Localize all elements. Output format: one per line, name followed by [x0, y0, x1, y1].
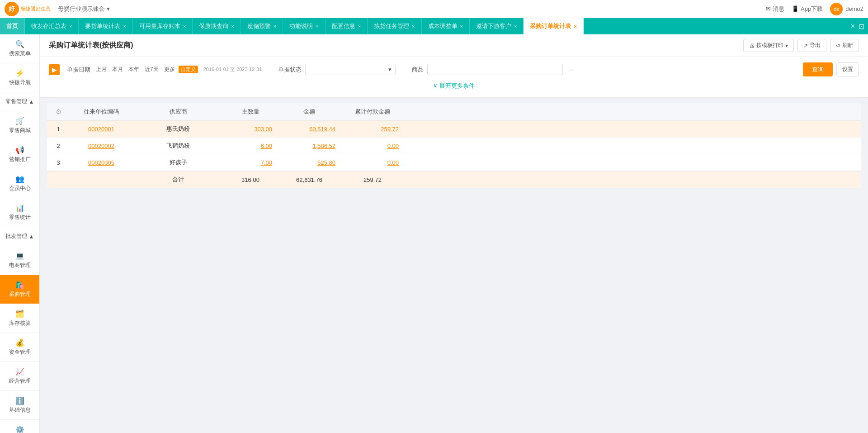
nav-tab-shoufacun[interactable]: 收发存汇总表 ×: [25, 18, 79, 34]
row1-code[interactable]: 00020001: [70, 121, 133, 138]
app-download-button[interactable]: 📱 App下载: [792, 5, 823, 13]
sidebar-item-inventory[interactable]: 🗂️ 库存核算: [0, 304, 39, 333]
tab-label: 功能说明: [289, 22, 313, 30]
row1-paid[interactable]: 259.72: [341, 121, 404, 138]
status-filter-label: 单据状态: [278, 66, 302, 74]
tab-close-icon[interactable]: ×: [69, 24, 72, 29]
tab-close-icon[interactable]: ×: [316, 24, 318, 29]
tab-close-icon[interactable]: ×: [514, 24, 517, 29]
goods-more-icon[interactable]: ···: [568, 66, 573, 73]
sidebar-item-member[interactable]: 👥 会员中心: [0, 169, 39, 198]
settings-button[interactable]: 设置: [836, 62, 859, 76]
row1-extra: [404, 121, 861, 138]
sidebar-item-finance[interactable]: 💰 资金管理: [0, 333, 39, 362]
row3-paid[interactable]: 0.00: [341, 154, 404, 171]
shortcut-this-month[interactable]: 本月: [110, 65, 125, 74]
row3-amount[interactable]: 525.80: [278, 154, 341, 171]
tab-close-icon[interactable]: ×: [412, 24, 415, 29]
tab-label: 收发存汇总表: [31, 22, 66, 30]
sidebar-item-operations[interactable]: 📈 经营管理: [0, 362, 39, 391]
tab-close-icon[interactable]: ×: [274, 24, 276, 29]
nav-tab-gongneng[interactable]: 功能说明 ×: [283, 18, 325, 34]
shortcut-last-month[interactable]: 上月: [94, 65, 108, 74]
tab-close-icon[interactable]: ×: [231, 24, 234, 29]
quicknav-icon: ⚡: [15, 69, 24, 77]
tab-close-icon[interactable]: ×: [123, 24, 126, 29]
tab-close-icon[interactable]: ×: [574, 24, 576, 29]
print-button[interactable]: 🖨 按模板打印 ▾: [743, 39, 794, 52]
expand-conditions-button[interactable]: ⊻ 展开更多条件: [429, 80, 478, 92]
footer-amount: 62,631.76: [278, 171, 341, 188]
message-button[interactable]: ✉ 消息: [766, 5, 784, 13]
table-container: ⚙ 往来单位编码 供应商 主数量 金额 累计付款金额 1 00020001: [40, 98, 868, 433]
row1-amount[interactable]: 60,519.44: [278, 121, 341, 138]
column-settings-icon[interactable]: ⚙: [56, 108, 61, 115]
page-title: 采购订单统计表(按供应商): [49, 41, 133, 50]
export-button[interactable]: ↗ 导出: [797, 39, 826, 52]
sidebar-item-system[interactable]: ⚙️ 系统管理: [0, 420, 39, 433]
workspace-selector[interactable]: 母婴行业演示账套 ▾: [54, 5, 113, 13]
restore-icon[interactable]: ⊡: [859, 22, 864, 31]
close-all-icon[interactable]: ×: [851, 22, 855, 30]
sidebar-label-retail-mgmt: 零售管理: [5, 98, 27, 105]
user-section[interactable]: de demo2: [830, 3, 863, 15]
row3-qty[interactable]: 7.00: [223, 154, 278, 171]
nav-tab-baozhi[interactable]: 保质期查询 ×: [193, 18, 241, 34]
message-icon: ✉: [766, 5, 771, 12]
date-range-display: 2016-01-01 至 2023-12-31: [203, 66, 262, 73]
sidebar-item-retail-stats[interactable]: 📊 零售统计: [0, 198, 39, 227]
nav-tab-yaohuo[interactable]: 要货单统计表 ×: [79, 18, 132, 34]
collapse-filter-button[interactable]: ▶: [49, 64, 60, 75]
sidebar-item-search[interactable]: 🔍 搜索菜单: [0, 34, 39, 63]
sidebar-item-retail-mgmt[interactable]: 零售管理 ▲: [0, 92, 39, 111]
top-bar: 好 畅捷通好生意 母婴行业演示账套 ▾ ✉ 消息 📱 App下载 de demo…: [0, 0, 868, 18]
th-qty: 主数量: [223, 103, 278, 121]
tab-close-icon[interactable]: ×: [460, 24, 463, 29]
purchase-icon: 🛍️: [15, 281, 24, 289]
tab-label: 要货单统计表: [85, 22, 120, 30]
shortcut-7days[interactable]: 近7天: [143, 65, 160, 74]
printer-icon: 🖨: [749, 43, 755, 49]
row2-paid[interactable]: 0.00: [341, 138, 404, 154]
refresh-button[interactable]: ↺ 刷新: [830, 39, 859, 52]
search-icon: 🔍: [15, 40, 24, 48]
row1-qty[interactable]: 303.00: [223, 121, 278, 138]
sidebar-item-marketing[interactable]: 📢 营销推广: [0, 140, 39, 169]
row2-qty[interactable]: 6.00: [223, 138, 278, 154]
status-select[interactable]: ▾: [305, 64, 396, 75]
tab-label: 成本调整单: [428, 22, 458, 30]
nav-tab-jianhuo[interactable]: 拣货任务管理 ×: [368, 18, 421, 34]
sidebar-item-purchase[interactable]: 🛍️ 采购管理: [0, 275, 39, 304]
row2-amount[interactable]: 1,586.52: [278, 138, 341, 154]
row2-code[interactable]: 00020002: [70, 138, 133, 154]
nav-tab-yaoqing[interactable]: 邀请下游客户 ×: [470, 18, 524, 34]
tab-close-icon[interactable]: ×: [183, 24, 186, 29]
table-row: 3 00020005 好孩子 7.00 525.80 0.00: [47, 154, 861, 171]
footer-extra: [404, 171, 861, 188]
sidebar-item-basicinfo[interactable]: ℹ️ 基础信息: [0, 391, 39, 420]
table-row: 1 00020001 惠氏奶粉 303.00 60,519.44 259.72: [47, 121, 861, 138]
sidebar-label-operations: 经营管理: [9, 377, 31, 385]
row3-code[interactable]: 00020005: [70, 154, 133, 171]
query-button[interactable]: 查询: [803, 62, 833, 76]
nav-tab-home[interactable]: 首页: [0, 18, 25, 34]
goods-input[interactable]: [427, 64, 563, 75]
nav-tab-keyongliang[interactable]: 可用量库存账本 ×: [133, 18, 193, 34]
nav-tab-caigou-active[interactable]: 采购订单统计表 ×: [524, 18, 583, 34]
sidebar-item-wholesale[interactable]: 批发管理 ▲: [0, 227, 39, 246]
nav-tab-chengben[interactable]: 成本调整单 ×: [422, 18, 470, 34]
sidebar-item-ecommerce[interactable]: 💻 电商管理: [0, 246, 39, 275]
retail-stats-icon: 📊: [15, 204, 24, 212]
sidebar-item-quicknav[interactable]: ⚡ 快捷导航: [0, 63, 39, 92]
footer-qty: 316.00: [223, 171, 278, 188]
date-filter-label: 单据日期: [67, 66, 90, 74]
page-title-row: 采购订单统计表(按供应商) 🖨 按模板打印 ▾ ↗ 导出 ↺ 刷新: [49, 39, 859, 52]
shortcut-more[interactable]: 更多: [162, 65, 177, 74]
th-supplier: 供应商: [133, 103, 223, 121]
shortcut-this-year[interactable]: 本年: [127, 65, 141, 74]
goods-filter-label: 商品: [412, 66, 424, 74]
tab-close-icon[interactable]: ×: [358, 24, 361, 29]
sidebar-item-retail-shop[interactable]: 🛒 零售商城: [0, 111, 39, 140]
nav-tab-peizhi[interactable]: 配置信息 ×: [326, 18, 368, 34]
nav-tab-chaochuyujing[interactable]: 超储预警 ×: [241, 18, 283, 34]
